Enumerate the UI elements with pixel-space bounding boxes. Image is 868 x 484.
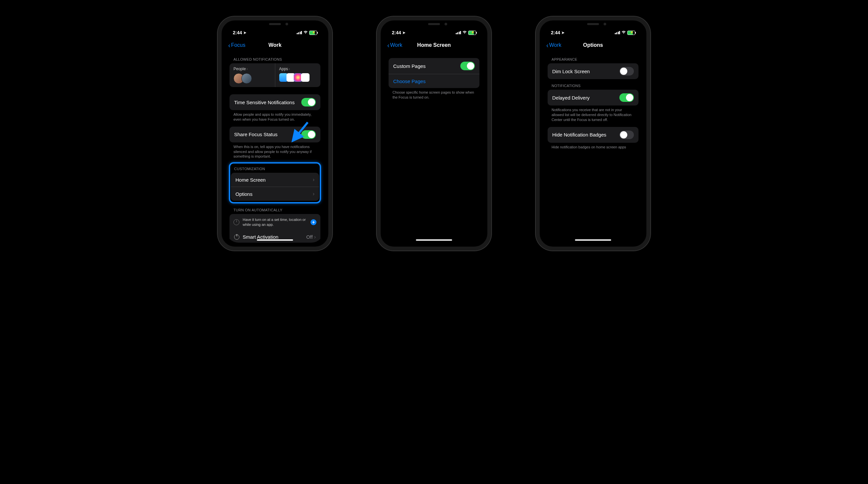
add-automation-row[interactable]: Have it turn on at a set time, location … <box>229 214 320 230</box>
status-time: 2:44 <box>233 30 242 35</box>
wifi-icon <box>462 30 467 35</box>
chevron-right-icon: › <box>313 191 314 197</box>
people-avatars <box>234 73 271 84</box>
delayed-delivery-row[interactable]: Delayed Delivery <box>548 90 639 106</box>
wifi-icon <box>303 30 308 35</box>
dim-lock-toggle[interactable] <box>619 67 634 76</box>
apps-label: Apps <box>279 66 288 71</box>
status-time: 2:44 <box>392 30 401 35</box>
home-indicator[interactable] <box>416 239 452 241</box>
avatar <box>241 73 252 84</box>
signal-icon <box>615 31 620 34</box>
home-screen-footer: Choose specific home screen pages to sho… <box>389 88 479 100</box>
automation-text: Have it turn on at a set time, location … <box>243 217 307 227</box>
chevron-right-icon: › <box>289 66 290 71</box>
notch <box>570 21 616 28</box>
location-icon: ➤ <box>243 31 246 35</box>
battery-icon: ⚡ <box>468 31 476 35</box>
people-label: People <box>234 66 246 71</box>
custom-pages-toggle[interactable] <box>460 62 475 70</box>
notifications-header: NOTIFICATIONS <box>548 79 639 90</box>
signal-icon <box>297 31 302 34</box>
chevron-right-icon: › <box>246 66 248 71</box>
dim-lock-row[interactable]: Dim Lock Screen <box>548 63 639 79</box>
share-focus-row[interactable]: Share Focus Status <box>229 126 320 142</box>
options-label: Options <box>236 191 253 197</box>
home-screen-row[interactable]: Home Screen › <box>231 173 319 187</box>
power-icon <box>234 234 239 240</box>
back-label: Work <box>549 42 561 48</box>
time-sensitive-row[interactable]: Time Sensitive Notifications <box>229 94 320 110</box>
hide-badges-row[interactable]: Hide Notification Badges <box>548 127 639 143</box>
options-row[interactable]: Options › <box>231 187 319 201</box>
add-automation-button[interactable]: + <box>311 219 316 225</box>
allowed-header: ALLOWED NOTIFICATIONS <box>229 53 320 63</box>
location-icon: ➤ <box>561 31 564 35</box>
hide-badges-toggle[interactable] <box>619 131 634 139</box>
custom-pages-row[interactable]: Custom Pages <box>389 58 479 74</box>
signal-icon <box>456 31 461 34</box>
smart-activation-label: Smart Activation <box>243 234 278 240</box>
back-button[interactable]: ‹ Work <box>387 41 402 49</box>
clock-icon <box>234 219 239 225</box>
home-screen-label: Home Screen <box>236 177 266 183</box>
app-icon-reminders <box>301 73 310 82</box>
customization-header: CUSTOMIZATION <box>230 164 320 173</box>
chevron-right-icon: › <box>314 234 316 240</box>
appearance-header: APPEARANCE <box>548 53 639 63</box>
people-cell[interactable]: People› <box>229 63 275 87</box>
wifi-icon <box>621 30 626 35</box>
share-focus-footer: When this is on, tell apps you have noti… <box>229 142 320 159</box>
nav-bar: ‹ Work Options <box>544 37 643 53</box>
delayed-delivery-label: Delayed Delivery <box>552 95 589 101</box>
back-label: Work <box>390 42 402 48</box>
battery-icon: ⚡ <box>627 31 635 35</box>
chevron-left-icon: ‹ <box>228 41 230 49</box>
back-label: Focus <box>231 42 246 48</box>
status-time: 2:44 <box>551 30 560 35</box>
share-focus-label: Share Focus Status <box>234 132 278 137</box>
dim-lock-label: Dim Lock Screen <box>552 68 590 74</box>
smart-activation-row[interactable]: Smart Activation Off › <box>229 230 320 243</box>
chevron-left-icon: ‹ <box>387 41 390 49</box>
notch <box>411 21 457 28</box>
apps-cell[interactable]: Apps› <box>275 63 321 87</box>
choose-pages-label: Choose Pages <box>393 79 426 84</box>
battery-icon: ⚡ <box>309 31 317 35</box>
phone-home-screen-settings: 2:44 ➤ ⚡ ‹ Work Home Screen <box>377 17 491 251</box>
location-icon: ➤ <box>402 31 405 35</box>
hide-badges-label: Hide Notification Badges <box>552 132 606 138</box>
custom-pages-label: Custom Pages <box>393 63 426 69</box>
nav-bar: ‹ Work Home Screen <box>384 37 484 53</box>
chevron-left-icon: ‹ <box>546 41 549 49</box>
choose-pages-row[interactable]: Choose Pages <box>389 74 479 88</box>
chevron-right-icon: › <box>313 177 314 183</box>
hide-badges-footer: Hide notification badges on home screen … <box>548 143 639 150</box>
notch <box>252 21 298 28</box>
delayed-delivery-toggle[interactable] <box>619 93 634 102</box>
phone-options-settings: 2:44 ➤ ⚡ ‹ Work Options A <box>536 17 650 251</box>
smart-activation-value: Off <box>306 234 313 240</box>
share-focus-toggle[interactable] <box>301 130 316 139</box>
back-button[interactable]: ‹ Work <box>546 41 561 49</box>
allowed-group: People› Apps› <box>229 63 320 87</box>
delayed-footer: Notifications you receive that are not i… <box>548 106 639 122</box>
back-button[interactable]: ‹ Focus <box>228 41 245 49</box>
turn-on-header: TURN ON AUTOMATICALLY <box>229 203 320 214</box>
home-indicator[interactable] <box>257 239 293 241</box>
phone-work-settings: 2:44 ➤ ⚡ ‹ Focus Work ALL <box>218 17 332 251</box>
customization-highlight: CUSTOMIZATION Home Screen › Options › <box>229 162 321 203</box>
time-sensitive-footer: Allow people and apps to notify you imme… <box>229 110 320 122</box>
time-sensitive-label: Time Sensitive Notifications <box>234 99 295 105</box>
time-sensitive-toggle[interactable] <box>301 98 316 107</box>
home-indicator[interactable] <box>575 239 611 241</box>
nav-bar: ‹ Focus Work <box>225 37 324 53</box>
